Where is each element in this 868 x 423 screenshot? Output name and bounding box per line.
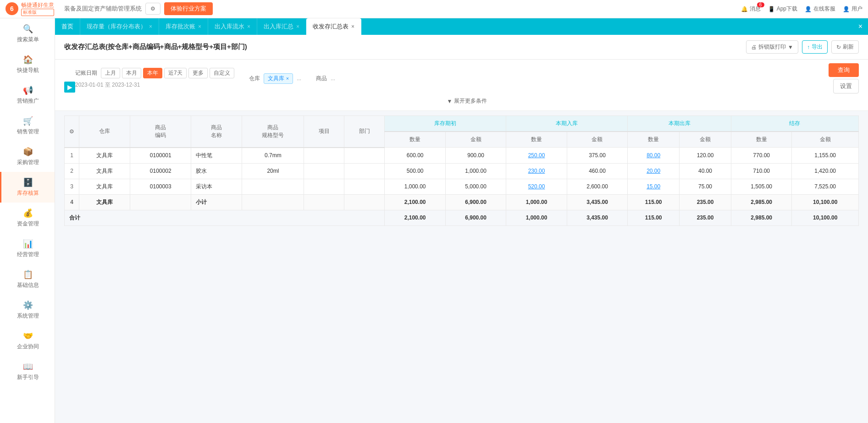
current-out-header: 本期出库 bbox=[628, 116, 731, 132]
sidebar-item-label: 系统管理 bbox=[17, 312, 39, 320]
refresh-button[interactable]: ↻ 刷新 bbox=[831, 40, 859, 54]
tab-label: 出入库汇总 bbox=[264, 22, 293, 31]
date-btn-custom[interactable]: 自定义 bbox=[210, 68, 234, 78]
table-row: 4文具库小计2,100.006,900.001,000.003,435.0011… bbox=[65, 194, 859, 210]
open-amt-header: 金额 bbox=[445, 132, 506, 148]
date-btn-7days[interactable]: 近7天 bbox=[164, 68, 187, 78]
in-amt-header: 金额 bbox=[567, 132, 627, 148]
tab-label: 首页 bbox=[61, 22, 73, 31]
tab-close-icon[interactable]: × bbox=[296, 23, 299, 30]
total-bal-amt: 10,100.00 bbox=[792, 210, 859, 225]
total-label: 合计 bbox=[65, 210, 385, 225]
date-section: 记账日期 上月 本月 本年 近7天 更多 自定义 bbox=[75, 68, 234, 89]
tab-label: 现存量（库存分布表） bbox=[87, 22, 146, 31]
export-icon: ↑ bbox=[807, 44, 810, 50]
export-button[interactable]: ↑ 导出 bbox=[802, 40, 828, 54]
bell-icon: 🔔 bbox=[741, 6, 748, 12]
tab-close-icon[interactable]: × bbox=[247, 23, 250, 30]
goods-more[interactable]: ... bbox=[331, 75, 335, 82]
filter-content: 记账日期 上月 本月 本年 近7天 更多 自定义 bbox=[75, 63, 859, 110]
sidebar-item-guide[interactable]: 📖 新手引导 bbox=[0, 356, 55, 387]
warehouse-more[interactable]: ... bbox=[297, 75, 301, 82]
online-service-item[interactable]: 👤 在线客服 bbox=[805, 5, 835, 13]
sidebar-item-purchase[interactable]: 📦 采购管理 bbox=[0, 141, 55, 172]
logo-icon: 6 bbox=[6, 2, 18, 15]
sidebar-item-system[interactable]: ⚙️ 系统管理 bbox=[0, 295, 55, 325]
total-row: 合计 2,100.00 6,900.00 1,000.00 3,435.00 1… bbox=[65, 210, 859, 225]
content-area: 首页 现存量（库存分布表） × 库存批次账 × 出入库流水 × 出入库汇总 × … bbox=[55, 18, 868, 423]
chevron-down-icon: ▼ bbox=[788, 44, 793, 50]
sidebar-item-enterprise[interactable]: 🤝 企业协同 bbox=[0, 325, 55, 356]
service-icon: 👤 bbox=[805, 6, 812, 12]
date-btn-more[interactable]: 更多 bbox=[188, 68, 208, 78]
user-icon: 👤 bbox=[843, 6, 850, 12]
goods-spec-col-header: 商品规格型号 bbox=[242, 116, 304, 148]
tab-bar: 首页 现存量（库存分布表） × 库存批次账 × 出入库流水 × 出入库汇总 × … bbox=[55, 18, 868, 35]
sidebar-item-finance[interactable]: 💰 资金管理 bbox=[0, 203, 55, 233]
date-btn-this-year[interactable]: 本年 bbox=[143, 68, 162, 78]
search-icon: 🔍 bbox=[23, 24, 33, 34]
out-qty-header: 数量 bbox=[628, 132, 680, 148]
open-qty-header: 数量 bbox=[385, 132, 445, 148]
system-icon: ⚙️ bbox=[23, 300, 33, 310]
finance-icon: 💰 bbox=[23, 208, 33, 218]
out-amt-header: 金额 bbox=[680, 132, 731, 148]
sidebar-item-search[interactable]: 🔍 搜索菜单 bbox=[0, 18, 55, 49]
date-btn-last-month[interactable]: 上月 bbox=[101, 68, 120, 78]
warehouse-tag: 文具库 × bbox=[264, 73, 293, 84]
warehouse-tag-close-icon[interactable]: × bbox=[286, 76, 289, 81]
total-in-qty: 1,000.00 bbox=[506, 210, 567, 225]
table-row: 2文具库0100002胶水20ml500.001,000.00230.00460… bbox=[65, 163, 859, 179]
tab-batch[interactable]: 库存批次账 × bbox=[159, 18, 208, 35]
sidebar-item-basic[interactable]: 📋 基础信息 bbox=[0, 264, 55, 295]
enterprise-icon: 🤝 bbox=[23, 331, 33, 341]
date-btn-this-month[interactable]: 本月 bbox=[122, 68, 141, 78]
settings-small-button[interactable]: 设置 bbox=[833, 79, 859, 93]
page-header: 收发存汇总表(按仓库+商品编码+商品+规格型号+项目+部门) 🖨 拆锁版打印 ▼… bbox=[55, 35, 868, 60]
settings-button[interactable]: ⚙ bbox=[145, 3, 160, 15]
sidebar-item-business[interactable]: 📊 经营管理 bbox=[0, 233, 55, 264]
tab-close-icon[interactable]: × bbox=[198, 23, 201, 30]
sidebar-item-label: 营销推广 bbox=[17, 97, 39, 105]
tab-recv-send-summary[interactable]: 收发存汇总表 × bbox=[306, 18, 361, 35]
filter-toggle-button[interactable]: ▶ bbox=[64, 82, 75, 93]
sidebar-item-label: 企业协同 bbox=[17, 343, 39, 351]
app-download-item[interactable]: 📱 App下载 bbox=[768, 5, 797, 13]
sidebar-item-label: 库存核算 bbox=[17, 189, 39, 197]
sidebar-item-label: 搜索菜单 bbox=[17, 36, 39, 44]
tab-home[interactable]: 首页 bbox=[55, 18, 80, 35]
notification-item[interactable]: 🔔 消息 6 bbox=[741, 5, 761, 13]
table-row: 1文具库0100001中性笔0.7mm600.00900.00250.00375… bbox=[65, 148, 859, 164]
sidebar-item-quick[interactable]: 🏠 快捷导航 bbox=[0, 49, 55, 80]
sidebar-item-label: 基础信息 bbox=[17, 281, 39, 289]
goods-code-col-header: 商品编码 bbox=[130, 116, 191, 148]
sales-icon: 🛒 bbox=[23, 116, 33, 126]
experience-button[interactable]: 体验行业方案 bbox=[164, 2, 213, 15]
top-bar-left: 6 畅捷通好生意 标准版 装备及固定资产辅助管理系统 ⚙ 体验行业方案 bbox=[6, 2, 213, 16]
balance-header: 结存 bbox=[731, 116, 858, 132]
settings-col-header[interactable]: ⚙ bbox=[65, 116, 79, 148]
expand-conditions-button[interactable]: ▼ 展开更多条件 bbox=[447, 95, 487, 107]
tab-stock-dist[interactable]: 现存量（库存分布表） × bbox=[80, 18, 159, 35]
business-icon: 📊 bbox=[23, 239, 33, 249]
page-header-actions: 🖨 拆锁版打印 ▼ ↑ 导出 ↻ 刷新 bbox=[746, 40, 859, 54]
filter-inner: ▶ 记账日期 上月 本月 本年 近7天 bbox=[64, 63, 859, 110]
tab-inout-flow[interactable]: 出入库流水 × bbox=[208, 18, 257, 35]
tab-close-icon[interactable]: × bbox=[351, 23, 354, 30]
user-item[interactable]: 👤 用户 bbox=[843, 5, 862, 13]
sidebar-item-inventory[interactable]: 🗄️ 库存核算 bbox=[0, 172, 55, 203]
marketing-icon: 📢 bbox=[23, 85, 33, 95]
in-qty-header: 数量 bbox=[506, 132, 567, 148]
sidebar-item-marketing[interactable]: 📢 营销推广 bbox=[0, 80, 55, 110]
sidebar-item-sales[interactable]: 🛒 销售管理 bbox=[0, 110, 55, 141]
query-button[interactable]: 查询 bbox=[829, 63, 859, 77]
print-button[interactable]: 🖨 拆锁版打印 ▼ bbox=[746, 40, 798, 54]
tab-label: 收发存汇总表 bbox=[313, 22, 348, 31]
warehouse-label: 仓库 bbox=[249, 75, 260, 82]
bal-qty-header: 数量 bbox=[731, 132, 791, 148]
tab-inout-summary[interactable]: 出入库汇总 × bbox=[257, 18, 306, 35]
table-footer: 合计 2,100.00 6,900.00 1,000.00 3,435.00 1… bbox=[65, 210, 859, 225]
tab-bar-close-button[interactable]: × bbox=[853, 22, 868, 31]
tab-close-icon[interactable]: × bbox=[149, 23, 152, 30]
filter-line1: 记账日期 上月 本月 本年 近7天 更多 自定义 bbox=[75, 63, 859, 93]
